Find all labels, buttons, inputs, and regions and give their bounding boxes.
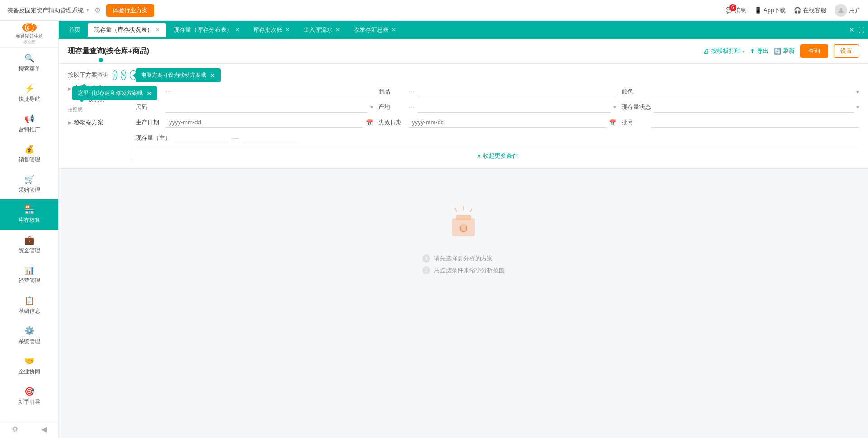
stock-status-dropdown-icon[interactable]: ▾ — [856, 104, 859, 110]
name-tooltip-close-icon[interactable]: ✕ — [210, 72, 215, 79]
sidebar-item-purchase[interactable]: 🛒 采购管理 — [0, 169, 58, 199]
tab-close-icon[interactable]: ✕ — [392, 27, 396, 33]
connector-dot — [99, 58, 103, 62]
maximize-icon[interactable]: ⛶ — [858, 26, 864, 33]
sidebar-settings-icon[interactable]: ⚙ — [12, 425, 18, 433]
color-dropdown-icon[interactable]: ▾ — [856, 89, 859, 95]
filter-row-2: 尺码 ▾ 产地 ··· ▾ 现存量状态 — [136, 102, 859, 113]
tab-close-icon[interactable]: ✕ — [156, 27, 160, 33]
collapse-label: 收起更多条件 — [483, 152, 518, 160]
sidebar-item-enterprise[interactable]: 🤝 企业协同 — [0, 351, 58, 381]
app-download-item[interactable]: 📱 App下载 — [755, 6, 786, 14]
refresh-button[interactable]: 🔄 刷新 — [774, 47, 795, 55]
collapse-button[interactable]: ∧ 收起更多条件 — [477, 152, 518, 160]
sidebar-item-operations[interactable]: 📊 经营管理 — [0, 260, 58, 290]
app-download-label: App下载 — [764, 6, 786, 14]
sidebar-item-label: 销售管理 — [19, 156, 40, 164]
stock-status-input[interactable] — [654, 102, 854, 113]
sidebar-item-search-menu[interactable]: 🔍 搜索菜单 — [0, 48, 58, 78]
size-input[interactable] — [165, 102, 368, 113]
tab-inventory-status[interactable]: 现存量（库存状况表） ✕ — [88, 23, 166, 37]
user-item[interactable]: 用户 — [835, 4, 861, 17]
stock-main-to[interactable] — [243, 132, 297, 143]
logo-area: 6 畅通诶好生意 标准版 — [0, 21, 58, 48]
expand-arrow-icon: ▶ — [68, 86, 71, 92]
tab-home[interactable]: 首页 — [62, 23, 87, 37]
tab-inventory-dist[interactable]: 现存量（库存分布表） ✕ — [167, 23, 246, 37]
tab-close-icon[interactable]: ✕ — [235, 27, 240, 33]
sidebar: 6 畅通诶好生意 标准版 🔍 搜索菜单 ⚡ 快捷导航 📢 营销推广 💰 销售管理… — [0, 21, 59, 438]
mobile-scheme-item[interactable]: ▶ 移动端方案 — [68, 117, 126, 128]
sidebar-collapse-icon[interactable]: ◀ — [41, 425, 47, 433]
svg-rect-4 — [456, 215, 471, 220]
filter-row-4: 现存量（主） — — [136, 132, 859, 143]
tab-in-out-flow[interactable]: 出入库流水 ✕ — [297, 23, 346, 37]
tooltip-text: 这里可以创建和修改方案哦 — [78, 89, 143, 97]
sidebar-item-finance[interactable]: 💼 资金管理 — [0, 230, 58, 260]
sidebar-item-system[interactable]: ⚙️ 系统管理 — [0, 320, 58, 351]
minimize-icon[interactable]: ✕ — [849, 26, 854, 33]
settings-button[interactable]: 设置 — [834, 44, 859, 58]
chevron-up-icon: ∧ — [477, 153, 481, 159]
mobile-scheme-label: 移动端方案 — [74, 118, 104, 127]
name-tooltip-text: 电脑方案可设为移动方案哦 — [141, 71, 206, 79]
goods-input[interactable] — [417, 86, 616, 97]
filter-row-1: 仓库 ··· 商品 ··· 颜色 — [136, 86, 859, 97]
tooltip-arrow — [133, 73, 136, 78]
origin-dots[interactable]: ··· — [408, 103, 414, 111]
size-dropdown-icon[interactable]: ▾ — [370, 104, 373, 110]
sidebar-item-guide[interactable]: 🎯 新手引导 — [0, 381, 58, 411]
stock-main-from[interactable] — [174, 132, 228, 143]
edit-scheme-button[interactable]: ✎ — [121, 70, 126, 80]
warehouse-input[interactable] — [174, 86, 373, 97]
sidebar-item-sales[interactable]: 💰 销售管理 — [0, 139, 58, 169]
calendar-icon[interactable]: 📅 — [366, 119, 373, 126]
expiry-date-input[interactable] — [408, 117, 606, 128]
online-support-label: 在线客服 — [803, 6, 826, 14]
online-support-item[interactable]: 🎧 在线客服 — [794, 6, 826, 14]
settings-icon[interactable]: ⚙ — [94, 6, 101, 14]
step-num-2: 2 — [422, 266, 430, 274]
color-input[interactable] — [651, 86, 854, 97]
template-print-button[interactable]: 🖨 按模板打印 ▾ — [703, 47, 745, 55]
add-scheme-button[interactable]: + — [113, 70, 117, 80]
tab-close-icon[interactable]: ✕ — [285, 27, 290, 33]
goods-dots[interactable]: ··· — [408, 88, 414, 96]
origin-field: 产地 ··· ▾ — [378, 102, 616, 113]
sidebar-item-quick-nav[interactable]: ⚡ 快捷导航 — [0, 78, 58, 108]
collapse-bar: ∧ 收起更多条件 — [136, 148, 859, 162]
batch-no-input[interactable] — [651, 117, 859, 128]
export-button[interactable]: ⬆ 导出 — [750, 47, 769, 55]
name-tooltip-wrapper: 电脑方案可设为移动方案哦 ✕ — [136, 68, 221, 82]
origin-dropdown-icon[interactable]: ▾ — [613, 104, 616, 110]
calendar-icon-2[interactable]: 📅 — [609, 119, 616, 126]
prod-date-input[interactable] — [165, 117, 363, 128]
size-field: 尺码 ▾ — [136, 102, 373, 113]
search-button[interactable]: 查询 — [800, 44, 828, 58]
origin-input[interactable] — [417, 102, 611, 113]
sidebar-item-label: 企业协同 — [19, 368, 40, 376]
sidebar-item-label: 新手引导 — [19, 398, 40, 406]
sidebar-item-basic[interactable]: 📋 基础信息 — [0, 290, 58, 320]
page-title: 现存量查询(按仓库+商品) — [68, 47, 149, 56]
page-actions: 🖨 按模板打印 ▾ ⬆ 导出 🔄 刷新 查询 设置 — [703, 44, 859, 58]
expiry-date-field: 失效日期 📅 — [378, 117, 616, 128]
tab-close-icon[interactable]: ✕ — [335, 27, 340, 33]
sidebar-item-label: 采购管理 — [19, 186, 40, 194]
stock-status-field: 现存量状态 ▾ — [622, 102, 859, 113]
app-module-selector[interactable]: 装备及固定资产辅助管理系统 ▾ — [7, 6, 89, 14]
tab-label: 收发存汇总表 — [354, 26, 389, 34]
messages-item[interactable]: 💬 6 消息 — [726, 6, 746, 14]
sidebar-item-marketing[interactable]: 📢 营销推广 — [0, 108, 58, 139]
tab-receive-summary[interactable]: 收发存汇总表 ✕ — [347, 23, 402, 37]
sidebar-item-inventory[interactable]: 🏪 库存核算 — [0, 199, 58, 230]
warehouse-dots[interactable]: ··· — [165, 88, 171, 96]
tooltip-spacer — [136, 70, 859, 86]
tooltip-close-icon[interactable]: ✕ — [146, 90, 152, 97]
tab-label: 库存批次账 — [253, 26, 283, 34]
range-separator: — — [231, 135, 240, 141]
message-badge: 6 — [729, 4, 736, 11]
tab-batch-account[interactable]: 库存批次账 ✕ — [247, 23, 296, 37]
trial-button[interactable]: 体验行业方案 — [106, 4, 154, 17]
stock-main-field: 现存量（主） — — [136, 132, 859, 143]
